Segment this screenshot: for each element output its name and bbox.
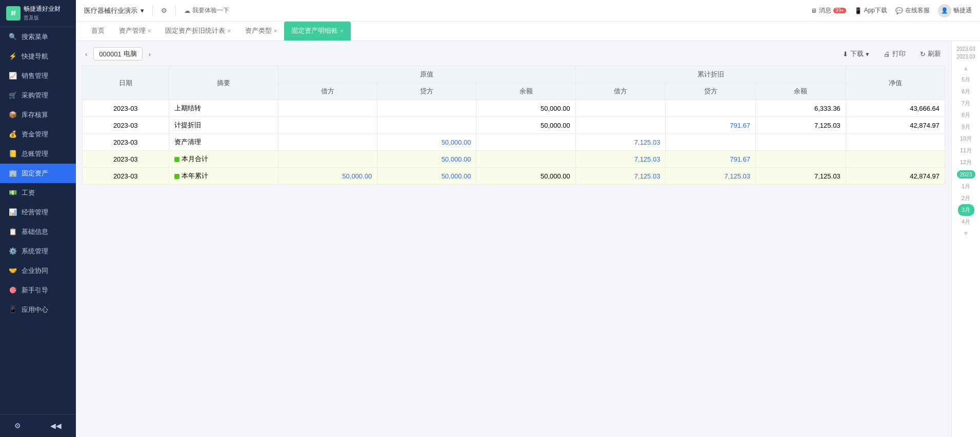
system-icon: ⚙️ bbox=[8, 247, 17, 256]
online-service-button[interactable]: 💬 在线客服 bbox=[895, 6, 930, 15]
sidebar-item-sales[interactable]: 📈销售管理 bbox=[0, 66, 76, 86]
sidebar-label-fixed-assets: 固定资产 bbox=[22, 169, 48, 178]
table-area: ‹ 000001 电脑 › ⬇ 下载 ▾ bbox=[76, 41, 951, 437]
table-row: 2023-03 本年累计 50,000.00 50,000.00 50,000.… bbox=[83, 168, 945, 185]
timeline-month[interactable]: 12月 bbox=[960, 156, 972, 168]
finance-icon: 💰 bbox=[8, 130, 17, 139]
sidebar-item-search[interactable]: 🔍搜索菜单 bbox=[0, 27, 76, 47]
tab-asset-type-label: 资产类型 bbox=[245, 26, 272, 35]
timeline-month[interactable]: 5月 bbox=[960, 74, 972, 86]
company-selector[interactable]: 医疗器械行业演示 ▾ bbox=[84, 6, 144, 15]
cell-date: 2023-03 bbox=[83, 134, 169, 151]
cell-accum-debit bbox=[575, 117, 666, 134]
timeline-month[interactable]: 6月 bbox=[960, 86, 972, 97]
ledger-icon: 📒 bbox=[8, 149, 17, 158]
timeline-month[interactable]: 4月 bbox=[958, 216, 974, 228]
timeline-month[interactable]: 2月 bbox=[958, 192, 974, 204]
sidebar-item-inventory[interactable]: 📦库存核算 bbox=[0, 105, 76, 125]
app-download-label: App下载 bbox=[864, 6, 887, 15]
timeline-month[interactable]: 11月 bbox=[960, 145, 972, 156]
timeline-month[interactable]: 9月 bbox=[960, 121, 972, 133]
prev-asset-button[interactable]: ‹ bbox=[82, 49, 90, 59]
cell-net-value bbox=[846, 134, 945, 151]
sidebar-item-guide[interactable]: 🎯新手引导 bbox=[0, 281, 76, 300]
sidebar-item-basics[interactable]: 📋基础信息 bbox=[0, 222, 76, 242]
asset-code: 000001 bbox=[99, 50, 121, 58]
sidebar-label-system: 系统管理 bbox=[22, 247, 48, 256]
cell-orig-balance: 50,000.00 bbox=[476, 168, 575, 185]
sidebar-item-fixed-assets[interactable]: 🏢固定资产 bbox=[0, 164, 76, 183]
user-menu[interactable]: 👤 畅捷通 bbox=[938, 4, 972, 17]
timeline-month[interactable]: 10月 bbox=[960, 133, 972, 145]
message-button[interactable]: 🖥 消息 99+ bbox=[811, 6, 846, 15]
collab-icon: 🤝 bbox=[8, 266, 17, 275]
cell-net-value: 42,874.97 bbox=[846, 117, 945, 134]
experience-button[interactable]: ☁ 我要体验一下 bbox=[184, 6, 229, 15]
sidebar-item-collab[interactable]: 🤝企业协同 bbox=[0, 261, 76, 281]
search-icon: 🔍 bbox=[8, 32, 17, 42]
tab-asset-type-close[interactable]: × bbox=[274, 28, 277, 34]
tab-depreciation-close[interactable]: × bbox=[227, 28, 230, 34]
sidebar-item-apps[interactable]: 📱应用中心 bbox=[0, 300, 76, 320]
sidebar-label-search: 搜索菜单 bbox=[22, 32, 48, 42]
col-accum-debit: 借方 bbox=[575, 83, 666, 100]
next-asset-button[interactable]: › bbox=[146, 49, 154, 59]
cell-accum-balance: 6,333.36 bbox=[756, 100, 846, 117]
tab-depreciation-stat[interactable]: 固定资产折旧统计表 × bbox=[158, 22, 237, 41]
cell-net-value bbox=[846, 151, 945, 168]
cell-date: 2023-03 bbox=[83, 100, 169, 117]
print-button[interactable]: 🖨 打印 bbox=[879, 47, 910, 61]
collapse-icon[interactable]: ◀◀ bbox=[47, 419, 65, 433]
service-icon: 💬 bbox=[895, 7, 903, 14]
cell-abstract: 上期结转 bbox=[169, 100, 278, 117]
tab-asset-mgmt-close[interactable]: × bbox=[148, 28, 151, 34]
timeline-month[interactable]: 1月 bbox=[958, 181, 974, 192]
cell-accum-balance bbox=[756, 134, 846, 151]
cell-orig-credit: 50,000.00 bbox=[377, 168, 476, 185]
data-table: 日期 摘要 原值 累计折旧 净值 借方 贷方 余额 借方 贷方 余额 bbox=[82, 66, 945, 185]
timeline-panel: 2023.03 2023.03 ▲ 5月6月7月8月9月10月11月12月 20… bbox=[951, 41, 980, 437]
main-content: 医疗器械行业演示 ▾ ⚙ ☁ 我要体验一下 🖥 消息 99+ 📱 App下载 bbox=[76, 0, 980, 437]
col-orig-credit: 贷方 bbox=[377, 83, 476, 100]
message-icon: 🖥 bbox=[811, 7, 817, 14]
cell-date: 2023-03 bbox=[83, 151, 169, 168]
cell-accum-balance: 7,125.03 bbox=[756, 117, 846, 134]
year-badge: 2023 bbox=[957, 170, 975, 178]
asset-name: 电脑 bbox=[124, 49, 137, 58]
download-button[interactable]: ⬇ 下载 ▾ bbox=[838, 47, 873, 61]
tab-asset-type[interactable]: 资产类型 × bbox=[238, 22, 284, 41]
timeline-up-arrow[interactable]: ▲ bbox=[961, 63, 971, 74]
download-icon: ⬇ bbox=[843, 50, 848, 58]
col-accum-balance: 余额 bbox=[756, 83, 846, 100]
refresh-button[interactable]: ↻ 刷新 bbox=[916, 47, 945, 61]
cell-net-value: 43,666.64 bbox=[846, 100, 945, 117]
table-row: 2023-03 本月合计 50,000.00 7,125.03 791.67 bbox=[83, 151, 945, 168]
cell-accum-debit: 7,125.03 bbox=[575, 168, 666, 185]
timeline-month[interactable]: 8月 bbox=[960, 109, 972, 121]
sidebar-item-purchase[interactable]: 🛒采购管理 bbox=[0, 86, 76, 105]
timeline-month[interactable]: 3月 bbox=[958, 204, 974, 216]
sidebar-item-payroll[interactable]: 💵工资 bbox=[0, 183, 76, 203]
cell-accum-debit bbox=[575, 100, 666, 117]
timeline-month[interactable]: 7月 bbox=[960, 97, 972, 109]
download-dropdown-icon: ▾ bbox=[866, 50, 869, 58]
col-net-value: 净值 bbox=[846, 66, 945, 100]
guide-icon: 🎯 bbox=[8, 286, 17, 295]
sidebar: 财 畅捷通好业财 普及版 🔍搜索菜单⚡快捷导航📈销售管理🛒采购管理📦库存核算💰资… bbox=[0, 0, 76, 437]
sidebar-item-finance[interactable]: 💰资金管理 bbox=[0, 125, 76, 144]
tab-asset-detail-close[interactable]: × bbox=[340, 28, 343, 34]
sidebar-item-system[interactable]: ⚙️系统管理 bbox=[0, 242, 76, 261]
tab-home[interactable]: 首页 bbox=[84, 22, 112, 41]
app-download-button[interactable]: 📱 App下载 bbox=[854, 6, 887, 15]
table-row: 2023-03 资产清理 50,000.00 7,125.03 bbox=[83, 134, 945, 151]
settings-button[interactable]: ⚙ bbox=[161, 7, 167, 14]
app-download-icon: 📱 bbox=[854, 7, 862, 14]
sidebar-item-ledger[interactable]: 📒总账管理 bbox=[0, 144, 76, 164]
tab-asset-mgmt[interactable]: 资产管理 × bbox=[112, 22, 158, 41]
timeline-down-arrow[interactable]: ▼ bbox=[961, 228, 971, 239]
tab-asset-detail[interactable]: 固定资产明细账 × bbox=[284, 22, 350, 41]
sidebar-item-operations[interactable]: 📊经营管理 bbox=[0, 203, 76, 222]
sidebar-item-quick-nav[interactable]: ⚡快捷导航 bbox=[0, 47, 76, 66]
sidebar-label-quick-nav: 快捷导航 bbox=[22, 52, 48, 61]
settings-icon[interactable]: ⚙ bbox=[11, 419, 24, 433]
